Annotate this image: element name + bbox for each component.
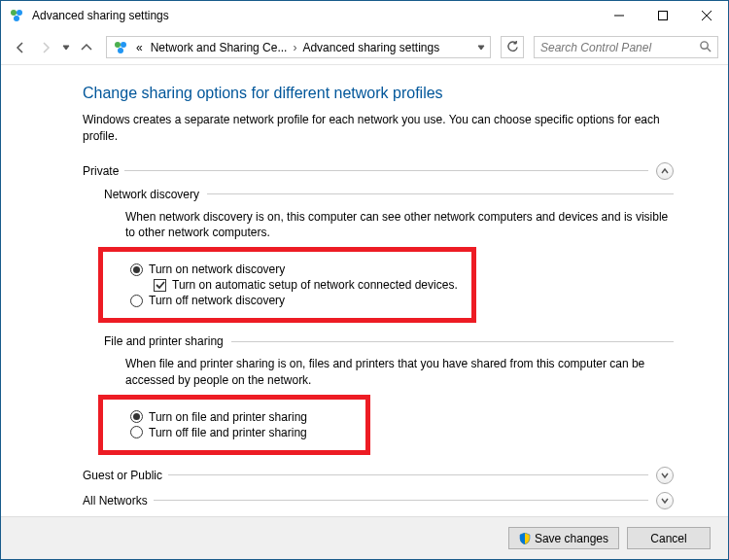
breadcrumb[interactable]: « Network and Sharing Ce... › Advanced s… xyxy=(106,36,491,58)
window-controls xyxy=(597,1,728,30)
divider xyxy=(168,474,648,475)
breadcrumb-seg-1[interactable]: Network and Sharing Ce... xyxy=(147,41,292,54)
network-discovery-options: Turn on network discovery Turn on automa… xyxy=(98,247,476,323)
breadcrumb-sep-1: › xyxy=(293,41,296,54)
app-icon xyxy=(9,8,24,23)
checkbox-icon xyxy=(154,279,166,292)
save-button-label: Save changes xyxy=(535,532,608,545)
section-private-header[interactable]: Private xyxy=(83,162,674,180)
cancel-button-label: Cancel xyxy=(650,532,686,545)
radio-nd-on[interactable]: Turn on network discovery xyxy=(130,262,458,277)
radio-fp-on-label: Turn on file and printer sharing xyxy=(149,410,307,424)
radio-nd-off[interactable]: Turn off network discovery xyxy=(130,293,458,308)
breadcrumb-prefix[interactable]: « xyxy=(132,41,147,54)
radio-icon xyxy=(130,263,143,276)
titlebar: Advanced sharing settings xyxy=(1,1,728,30)
forward-button[interactable] xyxy=(36,38,55,57)
history-dropdown[interactable] xyxy=(61,38,71,57)
radio-fp-on[interactable]: Turn on file and printer sharing xyxy=(130,409,352,425)
breadcrumb-seg-2[interactable]: Advanced sharing settings xyxy=(298,41,443,54)
file-printer-desc: When file and printer sharing is on, fil… xyxy=(125,356,674,389)
radio-icon xyxy=(130,295,143,307)
svg-point-4 xyxy=(115,42,121,48)
section-private-label: Private xyxy=(83,164,119,178)
maximize-button[interactable] xyxy=(641,1,684,30)
checkbox-auto-setup[interactable]: Turn on automatic setup of network conne… xyxy=(154,277,458,293)
chevron-up-icon[interactable] xyxy=(656,162,674,180)
content-area: Change sharing options for different net… xyxy=(1,65,728,516)
divider xyxy=(154,500,648,501)
chevron-down-icon[interactable] xyxy=(656,467,674,484)
checkbox-auto-setup-label: Turn on automatic setup of network conne… xyxy=(172,278,458,292)
navigation-bar: « Network and Sharing Ce... › Advanced s… xyxy=(1,30,728,65)
close-button[interactable] xyxy=(684,1,728,30)
window-title: Advanced sharing settings xyxy=(32,9,597,22)
page-description: Windows creates a separate network profi… xyxy=(83,112,674,145)
file-printer-header: File and printer sharing xyxy=(104,334,674,348)
radio-icon xyxy=(130,410,143,423)
cancel-button[interactable]: Cancel xyxy=(627,527,711,549)
search-input[interactable]: Search Control Panel xyxy=(534,36,718,58)
divider xyxy=(231,341,674,342)
section-guest-header[interactable]: Guest or Public xyxy=(83,467,674,484)
network-discovery-header: Network discovery xyxy=(104,188,674,201)
shield-icon xyxy=(519,533,531,544)
footer: Save changes Cancel xyxy=(1,516,728,559)
network-discovery-label: Network discovery xyxy=(104,188,199,201)
radio-nd-off-label: Turn off network discovery xyxy=(149,294,285,307)
radio-icon xyxy=(130,426,143,438)
file-printer-options: Turn on file and printer sharing Turn of… xyxy=(98,395,370,455)
svg-rect-3 xyxy=(658,12,667,20)
chevron-down-icon[interactable] xyxy=(656,492,674,509)
radio-nd-on-label: Turn on network discovery xyxy=(149,262,285,276)
divider xyxy=(207,193,674,194)
search-icon xyxy=(699,40,712,55)
refresh-button[interactable] xyxy=(501,36,524,58)
window-frame: Advanced sharing settings « Network and … xyxy=(0,0,729,560)
page-heading: Change sharing options for different net… xyxy=(83,85,674,102)
svg-point-2 xyxy=(14,16,19,21)
section-guest-label: Guest or Public xyxy=(83,469,162,482)
svg-point-1 xyxy=(17,10,22,16)
file-printer-label: File and printer sharing xyxy=(104,334,224,348)
svg-point-7 xyxy=(701,41,708,48)
section-all-label: All Networks xyxy=(83,494,148,508)
svg-point-5 xyxy=(121,42,126,48)
svg-point-0 xyxy=(11,10,17,16)
search-placeholder: Search Control Panel xyxy=(540,41,699,54)
section-all-header[interactable]: All Networks xyxy=(83,492,674,509)
network-discovery-desc: When network discovery is on, this compu… xyxy=(125,209,674,242)
minimize-button[interactable] xyxy=(597,1,641,30)
breadcrumb-dropdown[interactable] xyxy=(477,41,488,54)
radio-fp-off[interactable]: Turn off file and printer sharing xyxy=(130,425,352,440)
divider xyxy=(124,170,648,171)
save-button[interactable]: Save changes xyxy=(508,527,619,549)
subsection-file-printer: File and printer sharing When file and p… xyxy=(104,334,674,455)
up-button[interactable] xyxy=(77,38,96,57)
radio-fp-off-label: Turn off file and printer sharing xyxy=(149,426,307,439)
subsection-network-discovery: Network discovery When network discovery… xyxy=(104,188,674,324)
breadcrumb-icon xyxy=(113,40,128,55)
svg-point-6 xyxy=(118,48,123,53)
back-button[interactable] xyxy=(11,38,30,57)
